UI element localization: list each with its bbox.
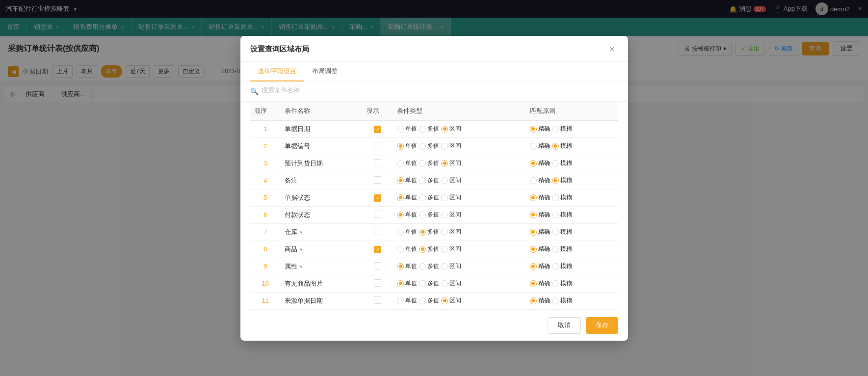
multi-radio-btn[interactable] [419, 212, 426, 218]
exact-radio-btn[interactable] [530, 263, 537, 270]
single-radio-btn[interactable] [397, 229, 404, 236]
range-radio[interactable]: 区间 [441, 245, 461, 253]
fuzzy-radio[interactable]: 模糊 [552, 211, 572, 219]
display-checkbox[interactable] [374, 246, 381, 253]
display-checkbox[interactable] [374, 176, 381, 184]
display-checkbox[interactable] [374, 211, 381, 218]
fuzzy-radio[interactable]: 模糊 [552, 296, 572, 305]
modal-tab-layout[interactable]: 布局调整 [304, 62, 345, 81]
range-radio[interactable]: 区间 [441, 159, 461, 167]
range-radio-btn[interactable] [441, 212, 448, 218]
single-radio-btn[interactable] [397, 126, 404, 133]
multi-radio-btn[interactable] [419, 160, 426, 167]
exact-radio-btn[interactable] [530, 246, 537, 253]
single-radio[interactable]: 单值 [397, 125, 417, 133]
exact-radio-btn[interactable] [530, 177, 537, 184]
range-radio[interactable]: 区间 [441, 142, 461, 150]
row-display-checkbox[interactable] [363, 137, 394, 155]
multi-radio[interactable]: 多值 [419, 142, 439, 150]
exact-radio-btn[interactable] [530, 212, 537, 218]
exact-radio-btn[interactable] [530, 229, 537, 236]
fuzzy-radio[interactable]: 模糊 [552, 262, 572, 270]
single-radio[interactable]: 单值 [397, 193, 417, 202]
display-checkbox[interactable] [374, 194, 381, 202]
range-radio-btn[interactable] [441, 280, 448, 287]
exact-radio[interactable]: 精确 [530, 193, 550, 202]
multi-radio[interactable]: 多值 [419, 296, 439, 305]
exact-radio[interactable]: 精确 [530, 228, 550, 236]
single-radio-btn[interactable] [397, 143, 404, 150]
fuzzy-radio-btn[interactable] [552, 160, 559, 167]
fuzzy-radio-btn[interactable] [552, 246, 559, 253]
single-radio-btn[interactable] [397, 280, 404, 287]
multi-radio[interactable]: 多值 [419, 262, 439, 270]
range-radio-btn[interactable] [441, 143, 448, 150]
modal-close-button[interactable]: × [606, 44, 618, 55]
single-radio[interactable]: 单值 [397, 296, 417, 305]
range-radio[interactable]: 区间 [441, 279, 461, 288]
multi-radio[interactable]: 多值 [419, 159, 439, 167]
row-display-checkbox[interactable] [363, 292, 394, 309]
exact-radio[interactable]: 精确 [530, 211, 550, 219]
single-radio-btn[interactable] [397, 246, 404, 253]
multi-radio[interactable]: 多值 [419, 193, 439, 202]
range-radio-btn[interactable] [441, 246, 448, 253]
multi-radio-btn[interactable] [419, 297, 426, 304]
display-checkbox[interactable] [374, 228, 381, 235]
row-display-checkbox[interactable] [363, 155, 394, 172]
multi-radio-btn[interactable] [419, 280, 426, 287]
fuzzy-radio[interactable]: 模糊 [552, 279, 572, 288]
fuzzy-radio-btn[interactable] [552, 263, 559, 270]
multi-radio[interactable]: 多值 [419, 125, 439, 133]
multi-radio[interactable]: 多值 [419, 279, 439, 288]
modal-tab-query-fields[interactable]: 查询字段设置 [250, 62, 304, 81]
expand-arrow-icon[interactable]: ∨ [299, 264, 303, 269]
search-input[interactable] [262, 86, 360, 96]
exact-radio-btn[interactable] [530, 194, 537, 201]
row-display-checkbox[interactable] [363, 120, 394, 137]
exact-radio-btn[interactable] [530, 143, 537, 150]
exact-radio-btn[interactable] [530, 126, 537, 133]
exact-radio-btn[interactable] [530, 297, 537, 304]
single-radio[interactable]: 单值 [397, 211, 417, 219]
multi-radio[interactable]: 多值 [419, 176, 439, 185]
range-radio-btn[interactable] [441, 297, 448, 304]
exact-radio[interactable]: 精确 [530, 279, 550, 288]
single-radio-btn[interactable] [397, 194, 404, 201]
multi-radio[interactable]: 多值 [419, 245, 439, 253]
multi-radio-btn[interactable] [419, 194, 426, 201]
multi-radio-btn[interactable] [419, 126, 426, 133]
multi-radio-btn[interactable] [419, 229, 426, 236]
single-radio[interactable]: 单值 [397, 176, 417, 185]
exact-radio[interactable]: 精确 [530, 262, 550, 270]
exact-radio[interactable]: 精确 [530, 125, 550, 133]
range-radio[interactable]: 区间 [441, 228, 461, 236]
single-radio-btn[interactable] [397, 297, 404, 304]
exact-radio[interactable]: 精确 [530, 296, 550, 305]
fuzzy-radio-btn[interactable] [552, 194, 559, 201]
range-radio[interactable]: 区间 [441, 193, 461, 202]
range-radio[interactable]: 区间 [441, 262, 461, 270]
range-radio[interactable]: 区间 [441, 211, 461, 219]
range-radio-btn[interactable] [441, 194, 448, 201]
display-checkbox[interactable] [374, 296, 381, 304]
single-radio[interactable]: 单值 [397, 228, 417, 236]
fuzzy-radio[interactable]: 模糊 [552, 176, 572, 185]
range-radio-btn[interactable] [441, 263, 448, 270]
fuzzy-radio[interactable]: 模糊 [552, 193, 572, 202]
display-checkbox[interactable] [374, 279, 381, 287]
single-radio-btn[interactable] [397, 177, 404, 184]
single-radio-btn[interactable] [397, 160, 404, 167]
expand-arrow-icon[interactable]: ∨ [299, 246, 303, 252]
exact-radio[interactable]: 精确 [530, 142, 550, 150]
fuzzy-radio-btn[interactable] [552, 177, 559, 184]
range-radio[interactable]: 区间 [441, 125, 461, 133]
single-radio[interactable]: 单值 [397, 142, 417, 150]
multi-radio-btn[interactable] [419, 177, 426, 184]
row-display-checkbox[interactable] [363, 258, 394, 275]
expand-arrow-icon[interactable]: ∨ [299, 229, 303, 235]
fuzzy-radio[interactable]: 模糊 [552, 142, 572, 150]
fuzzy-radio[interactable]: 模糊 [552, 125, 572, 133]
single-radio[interactable]: 单值 [397, 279, 417, 288]
multi-radio-btn[interactable] [419, 143, 426, 150]
